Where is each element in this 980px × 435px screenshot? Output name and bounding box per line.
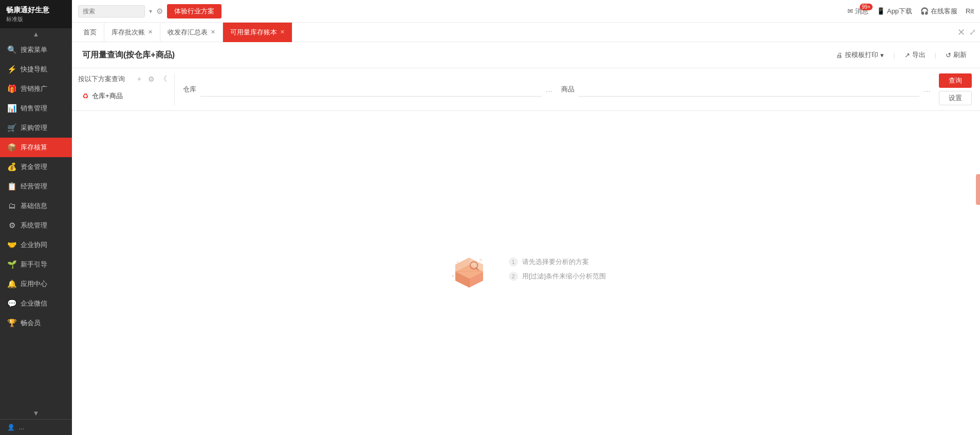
sidebar-item-marketing[interactable]: 🎁 营销推广 [0, 79, 72, 99]
query-filters-panel: 仓库 … 商品 … 查询 设置 [175, 73, 980, 105]
sidebar-item-wechat[interactable]: 💬 企业微信 [0, 294, 72, 313]
empty-state: 1 请先选择要分析的方案 2 用[过滤]条件来缩小分析范围 [72, 111, 980, 435]
sidebar-item-newbie[interactable]: 🌱 新手引导 [0, 255, 72, 274]
user-avatar-icon: 👤 [7, 424, 15, 431]
filter-goods-more-icon[interactable]: … [923, 85, 931, 93]
collapse-scheme-button[interactable]: 《 [159, 73, 168, 85]
add-scheme-button[interactable]: ＋ [135, 73, 144, 85]
settings-gear-icon[interactable]: ⚙ [156, 7, 163, 16]
export-label: 导出 [912, 50, 926, 60]
print-button[interactable]: 🖨 按模板打印 ▾ [833, 48, 887, 62]
refresh-button[interactable]: ↺ 刷新 [942, 48, 970, 62]
print-dropdown-icon: ▾ [880, 51, 884, 59]
sidebar-item-member[interactable]: 🏆 畅会员 [0, 313, 72, 333]
filter-goods-input[interactable] [579, 82, 920, 97]
scheme-warehouse-goods[interactable]: ♻ 仓库+商品 [78, 89, 168, 103]
scheme-label: 仓库+商品 [92, 91, 123, 101]
sidebar-item-search[interactable]: 🔍 搜索菜单 [0, 40, 72, 60]
query-schemes-panel: 按以下方案查询 ＋ ⚙ 《 ♻ 仓库+商品 [72, 73, 175, 105]
user-profile-button[interactable]: Rit [966, 7, 974, 15]
tab-batch-close-icon[interactable]: ✕ [148, 29, 153, 35]
online-service-button[interactable]: 🎧 在线客服 [920, 7, 957, 16]
hint-num-1: 1 [509, 257, 518, 267]
app-download-button[interactable]: 📱 App下载 [877, 7, 912, 16]
filter-warehouse-input[interactable] [200, 82, 542, 97]
setting-button[interactable]: 设置 [939, 91, 972, 105]
bell-icon: 🔔 [7, 279, 16, 289]
sidebar-item-operations[interactable]: 📋 经营管理 [0, 177, 72, 196]
sidebar: 畅康通好生意 标准版 ▲ 🔍 搜索菜单 ⚡ 快捷导航 🎁 营销推广 📊 销售管理… [0, 0, 72, 435]
print-label: 按模板打印 [845, 50, 878, 60]
empty-hints: 1 请先选择要分析的方案 2 用[过滤]条件来缩小分析范围 [509, 257, 606, 281]
money-icon: 💰 [7, 162, 16, 172]
sidebar-item-inventory[interactable]: 📦 库存核算 [0, 138, 72, 157]
gear-icon: ⚙ [7, 221, 16, 230]
tabbar-right: ✕ ⤢ [957, 27, 976, 38]
page-actions: 🖨 按模板打印 ▾ | ↗ 导出 | ↺ 刷新 [833, 48, 970, 62]
message-icon: ✉ [847, 7, 853, 15]
sidebar-item-system[interactable]: ⚙ 系统管理 [0, 216, 72, 235]
trial-button[interactable]: 体验行业方案 [167, 4, 221, 18]
app-label: App下载 [887, 7, 912, 16]
sidebar-item-finance[interactable]: 💰 资金管理 [0, 157, 72, 177]
tabbar-expand-button[interactable]: ⤢ [969, 27, 976, 37]
sidebar-item-sales[interactable]: 📊 销售管理 [0, 99, 72, 118]
filter-warehouse-group: 仓库 … [183, 82, 553, 97]
svg-point-9 [457, 261, 459, 263]
query-buttons-panel: 查询 设置 [939, 73, 972, 105]
chart-icon: 📊 [7, 104, 16, 113]
printer-icon: 🖨 [836, 51, 843, 59]
scheme-header-label: 按以下方案查询 [78, 74, 132, 84]
sidebar-scroll-down[interactable]: ▼ [0, 407, 72, 419]
tab-available-close-icon[interactable]: ✕ [280, 29, 285, 35]
query-button[interactable]: 查询 [939, 73, 972, 88]
sidebar-item-purchase[interactable]: 🛒 采购管理 [0, 118, 72, 138]
empty-visual: 1 请先选择要分析的方案 2 用[过滤]条件来缩小分析范围 [446, 246, 606, 292]
tab-home[interactable]: 首页 [76, 23, 104, 42]
folder-icon: 🗂 [7, 201, 16, 210]
filter-goods-group: 商品 … [561, 82, 931, 97]
box-icon: 📦 [7, 143, 16, 152]
handshake-icon: 🤝 [7, 240, 16, 250]
topbar: ▾ ⚙ 体验行业方案 ✉ 消息 99+ 📱 App下载 🎧 在线客服 Rit [72, 0, 980, 23]
action-divider-2: | [935, 51, 936, 59]
right-scrollbar[interactable] [976, 174, 980, 205]
message-button[interactable]: ✉ 消息 99+ [847, 7, 868, 16]
query-schemes-header: 按以下方案查询 ＋ ⚙ 《 [78, 73, 168, 85]
tab-summary[interactable]: 收发存汇总表 ✕ [160, 23, 223, 42]
filter-warehouse-more-icon[interactable]: … [546, 85, 553, 93]
sidebar-menu: 🔍 搜索菜单 ⚡ 快捷导航 🎁 营销推广 📊 销售管理 🛒 采购管理 📦 库存核… [0, 40, 72, 407]
tab-summary-label: 收发存汇总表 [168, 28, 208, 37]
sidebar-scroll-up[interactable]: ▲ [0, 28, 72, 40]
empty-illustration [446, 246, 492, 292]
hint-text-1: 请先选择要分析的方案 [522, 257, 589, 267]
hint-item-2: 2 用[过滤]条件来缩小分析范围 [509, 272, 606, 281]
tab-batch[interactable]: 库存批次账 ✕ [104, 23, 160, 42]
sidebar-item-shortcut[interactable]: ⚡ 快捷导航 [0, 60, 72, 79]
filter-goods-label: 商品 [561, 85, 575, 94]
gift-icon: 🎁 [7, 84, 16, 93]
sidebar-item-basic[interactable]: 🗂 基础信息 [0, 196, 72, 216]
topbar-search-input[interactable] [78, 5, 145, 17]
edition-label: 标准版 [6, 15, 66, 23]
svg-point-11 [452, 275, 454, 277]
tabbar-close-button[interactable]: ✕ [957, 27, 965, 38]
query-area: 按以下方案查询 ＋ ⚙ 《 ♻ 仓库+商品 仓库 … 商品 [72, 68, 980, 111]
action-divider-1: | [893, 51, 895, 59]
flash-icon: ⚡ [7, 65, 16, 74]
page-content: 可用量查询(按仓库+商品) 🖨 按模板打印 ▾ | ↗ 导出 | ↺ 刷新 [72, 42, 980, 435]
hint-item-1: 1 请先选择要分析的方案 [509, 257, 606, 267]
sidebar-item-apps[interactable]: 🔔 应用中心 [0, 274, 72, 294]
tab-available[interactable]: 可用量库存账本 ✕ [223, 23, 292, 42]
hint-text-2: 用[过滤]条件来缩小分析范围 [522, 272, 606, 281]
user-name-label: Rit [966, 7, 974, 15]
sidebar-user-label: ... [19, 424, 24, 431]
trophy-icon: 🏆 [7, 318, 16, 328]
tab-summary-close-icon[interactable]: ✕ [211, 29, 215, 35]
sidebar-logo: 畅康通好生意 标准版 [0, 0, 72, 28]
sidebar-bottom-user[interactable]: 👤 ... [0, 419, 72, 435]
export-button[interactable]: ↗ 导出 [901, 48, 929, 62]
sidebar-item-cooperation[interactable]: 🤝 企业协同 [0, 235, 72, 255]
dropdown-arrow-icon[interactable]: ▾ [149, 8, 152, 15]
manage-scheme-button[interactable]: ⚙ [147, 74, 156, 84]
